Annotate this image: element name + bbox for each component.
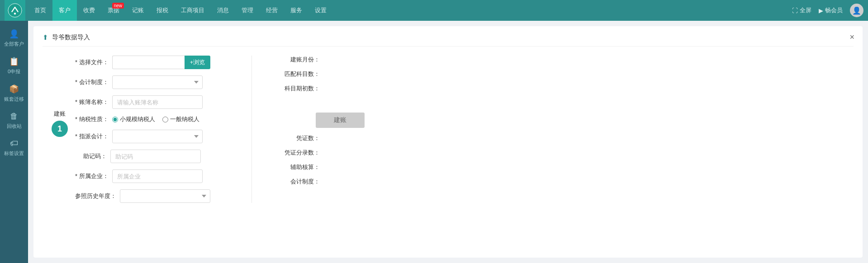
nav-operation[interactable]: 经营 — [260, 0, 284, 21]
nav-business[interactable]: 工商项目 — [175, 0, 211, 21]
page-card: ⬆ 导爷数据导入 × 建账 1 — [33, 26, 863, 258]
user-avatar[interactable]: 👤 — [850, 4, 863, 17]
nav-bookkeeping[interactable]: 记账 — [126, 0, 150, 21]
nav-service[interactable]: 服务 — [284, 0, 308, 21]
match-subjects-label: 匹配科目数： — [284, 70, 320, 78]
aid-code-input[interactable] — [110, 150, 201, 163]
ledger-name-input[interactable] — [112, 95, 203, 109]
build-button[interactable]: 建账 — [316, 113, 365, 128]
company-label: * 所属企业： — [75, 172, 109, 180]
initial-subjects-label: 科目期初数： — [284, 85, 320, 93]
tax-general-label: 一般纳税人 — [170, 115, 199, 123]
avatar-icon: 👤 — [852, 6, 861, 15]
step-label: 建账 — [54, 110, 66, 118]
accountant-label: * 指派会计： — [75, 132, 109, 141]
file-text-input[interactable] — [112, 56, 185, 69]
history-year-row: 参照历史年度： — [75, 189, 238, 203]
nav-home[interactable]: 首页 — [28, 0, 52, 21]
ledger-name-row: * 账簿名称： — [75, 95, 238, 109]
sidebar-item-zero-declare[interactable]: 📋 0申报 — [0, 52, 28, 80]
aid-code-row: 助记码： — [75, 150, 238, 163]
file-input-wrap: +浏览 — [112, 56, 211, 69]
file-row: * 选择文件： +浏览 — [75, 56, 238, 69]
voucher-count-row: 凭证数： — [284, 134, 397, 142]
nav-manage[interactable]: 管理 — [235, 0, 260, 21]
tags-icon: 🏷 — [10, 139, 18, 148]
build-month-label: 建账月份： — [284, 56, 320, 64]
nav-customer[interactable]: 客户 — [52, 0, 77, 21]
build-month-row: 建账月份： — [284, 56, 397, 64]
step-circle: 1 — [52, 121, 68, 137]
sidebar-item-trash[interactable]: 🗑 回收站 — [0, 107, 28, 134]
initial-subjects-row: 科目期初数： — [284, 85, 397, 93]
action-area: 建账 — [284, 113, 397, 128]
sidebar-item-tags[interactable]: 🏷 标签设置 — [0, 134, 28, 161]
sidebar-label-trash: 回收站 — [7, 123, 22, 130]
nav-tax[interactable]: 报税 — [150, 0, 175, 21]
fullscreen-label: 全屏 — [800, 6, 811, 14]
member-label: 畅会员 — [825, 6, 843, 14]
tax-general-option[interactable]: 一般纳税人 — [162, 115, 199, 123]
sidebar-label-all-customers: 全部客户 — [4, 41, 24, 47]
nav-settings[interactable]: 设置 — [308, 0, 333, 21]
company-input[interactable] — [112, 169, 203, 183]
company-row: * 所属企业： — [75, 169, 238, 183]
sidebar-label-tags: 标签设置 — [4, 150, 24, 157]
zero-declare-icon: 📋 — [9, 56, 19, 66]
tax-general-radio[interactable] — [162, 117, 168, 122]
tax-nature-radio-group: 小规模纳税人 一般纳税人 — [112, 115, 199, 123]
ledger-name-label: * 账簿名称： — [75, 98, 109, 106]
tax-small-option[interactable]: 小规模纳税人 — [112, 115, 155, 123]
form-fields: * 选择文件： +浏览 * 会计制度： — [75, 56, 238, 203]
sidebar-item-migrate[interactable]: 📦 账套迁移 — [0, 80, 28, 107]
tax-nature-row: * 纳税性质： 小规模纳税人 一般纳税人 — [75, 115, 238, 123]
voucher-entries-row: 凭证分录数： — [284, 149, 397, 157]
nav-messages[interactable]: 消息 — [211, 0, 235, 21]
top-nav: 首页 客户 收费 票据 new 记账 报税 工商项目 消息 管理 经营 服务 设… — [0, 0, 868, 21]
history-year-label: 参照历史年度： — [75, 192, 116, 200]
accounting-system-row: * 会计制度： — [75, 75, 238, 89]
step-indicator: 建账 1 — [52, 110, 68, 137]
close-button[interactable]: × — [849, 33, 854, 42]
voucher-entries-label: 凭证分录数： — [284, 149, 320, 157]
right-accounting-system-row: 会计制度： — [284, 178, 397, 186]
accountant-select[interactable] — [112, 130, 203, 143]
page-header: ⬆ 导爷数据导入 — [43, 33, 854, 47]
match-subjects-row: 匹配科目数： — [284, 70, 397, 78]
fullscreen-toggle[interactable]: ⛶ 全屏 — [792, 6, 811, 14]
tax-small-label: 小规模纳税人 — [120, 115, 155, 123]
voucher-count-label: 凭证数： — [284, 134, 320, 142]
accountant-row: * 指派会计： — [75, 130, 238, 143]
svg-point-0 — [8, 4, 22, 17]
nav-right: ⛶ 全屏 ▶ 畅会员 👤 — [792, 4, 863, 17]
right-accounting-system-label: 会计制度： — [284, 178, 320, 186]
file-label: * 选择文件： — [75, 58, 109, 66]
tax-nature-label: * 纳税性质： — [75, 115, 109, 123]
sidebar-item-all-customers[interactable]: 👤 全部客户 — [0, 24, 28, 52]
svg-point-1 — [14, 13, 16, 14]
main-layout: 👤 全部客户 📋 0申报 📦 账套迁移 🗑 回收站 🏷 标签设置 ⬆ 导爷数据导… — [0, 21, 868, 263]
migrate-icon: 📦 — [9, 84, 19, 94]
sidebar-label-zero-declare: 0申报 — [8, 68, 20, 75]
accounting-system-select[interactable] — [112, 75, 203, 89]
aid-code-label: 助记码： — [75, 152, 107, 160]
all-customers-icon: 👤 — [9, 29, 19, 39]
member-entry[interactable]: ▶ 畅会员 — [819, 6, 843, 14]
content-area: ⬆ 导爷数据导入 × 建账 1 — [28, 21, 868, 263]
nav-fees[interactable]: 收费 — [77, 0, 101, 21]
nav-items: 首页 客户 收费 票据 new 记账 报税 工商项目 消息 管理 经营 服务 设… — [28, 0, 333, 21]
aux-accounting-row: 辅助核算： — [284, 163, 397, 171]
form-right: 建账月份： 匹配科目数： 科目期初数： 建账 — [284, 56, 397, 203]
vertical-divider — [251, 56, 252, 203]
history-year-select[interactable] — [120, 189, 210, 203]
member-icon: ▶ — [819, 7, 823, 14]
tax-small-radio[interactable] — [112, 117, 118, 122]
browse-button[interactable]: +浏览 — [185, 56, 211, 69]
trash-icon: 🗑 — [10, 112, 18, 121]
form-layout: 建账 1 * 选择文件： +浏览 — [43, 56, 854, 203]
new-badge: new — [112, 3, 124, 9]
nav-invoice[interactable]: 票据 new — [101, 0, 126, 21]
page-title: 导爷数据导入 — [52, 33, 90, 42]
aux-accounting-label: 辅助核算： — [284, 163, 320, 171]
sidebar-label-migrate: 账套迁移 — [4, 96, 24, 103]
